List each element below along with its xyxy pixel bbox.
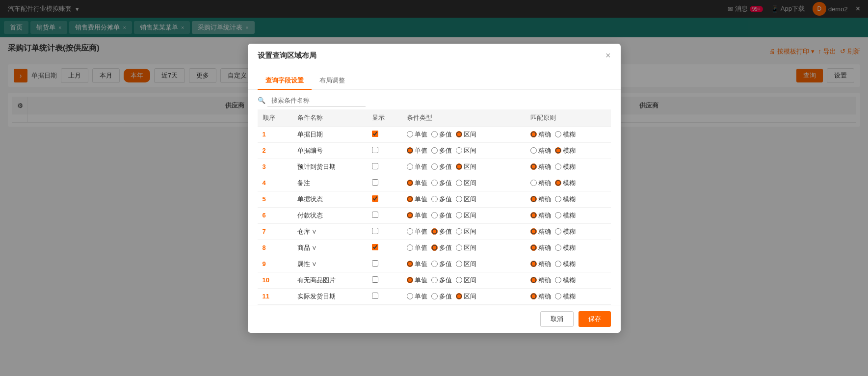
match-radio-精确[interactable] — [530, 212, 537, 218]
row-name: 单据状态 — [292, 191, 367, 207]
match-radio-模糊[interactable] — [555, 212, 561, 218]
type-radio-多值[interactable] — [431, 212, 438, 218]
type-radio-多值[interactable] — [431, 147, 438, 154]
display-checkbox[interactable] — [372, 293, 378, 299]
type-radio-区间[interactable] — [456, 261, 462, 267]
match-radio-模糊[interactable] — [555, 180, 561, 186]
modal-overlay: 设置查询区域布局 × 查询字段设置 布局调整 🔍 顺序 条件名称 显示 条件类型 — [0, 0, 868, 376]
match-radio-模糊[interactable] — [555, 261, 561, 267]
display-checkbox[interactable] — [372, 163, 378, 169]
type-radio-单值[interactable] — [407, 261, 413, 267]
type-radio-区间[interactable] — [456, 293, 462, 299]
modal-header: 设置查询区域布局 × — [248, 44, 621, 66]
tab-query-fields[interactable]: 查询字段设置 — [258, 72, 312, 90]
type-radio-区间[interactable] — [456, 244, 462, 251]
display-checkbox[interactable] — [372, 228, 378, 234]
match-radio-精确[interactable] — [530, 228, 537, 235]
match-radio-模糊[interactable] — [555, 147, 561, 154]
display-checkbox[interactable] — [372, 212, 378, 218]
type-radio-区间[interactable] — [456, 147, 462, 154]
type-radio-多值[interactable] — [431, 228, 438, 235]
type-radio-多值[interactable] — [431, 293, 438, 299]
type-radio-单值[interactable] — [407, 163, 413, 170]
table-row: 1单据日期单值多值区间精确模糊 — [258, 126, 611, 142]
table-row: 3预计到货日期单值多值区间精确模糊 — [258, 159, 611, 175]
modal-table-wrap: 顺序 条件名称 显示 条件类型 匹配原则 1单据日期单值多值区间精确模糊2单据编… — [248, 109, 621, 305]
match-radio-精确[interactable] — [530, 131, 537, 137]
type-radio-多值[interactable] — [431, 163, 438, 170]
display-checkbox[interactable] — [372, 131, 378, 137]
match-radio-模糊[interactable] — [555, 196, 561, 202]
display-checkbox[interactable] — [372, 276, 378, 283]
table-row: 9属性 ∨单值多值区间精确模糊 — [258, 256, 611, 272]
type-radio-单值[interactable] — [407, 196, 413, 202]
table-row: 4备注单值多值区间精确模糊 — [258, 175, 611, 191]
row-order: 11 — [263, 293, 269, 300]
display-checkbox[interactable] — [372, 195, 378, 202]
cancel-btn[interactable]: 取消 — [540, 311, 574, 327]
match-radio-精确[interactable] — [530, 163, 537, 170]
modal-close-btn[interactable]: × — [605, 51, 611, 61]
type-radio-多值[interactable] — [431, 277, 438, 283]
table-row: 5单据状态单值多值区间精确模糊 — [258, 191, 611, 207]
match-radio-精确[interactable] — [530, 261, 537, 267]
type-radio-多值[interactable] — [431, 180, 438, 186]
type-radio-多值[interactable] — [431, 261, 438, 267]
match-radio-模糊[interactable] — [555, 293, 561, 299]
type-radio-区间[interactable] — [456, 228, 462, 235]
type-radio-区间[interactable] — [456, 277, 462, 283]
match-radio-精确[interactable] — [530, 180, 537, 186]
match-radio-精确[interactable] — [530, 244, 537, 251]
row-name: 有无商品图片 — [292, 272, 367, 288]
match-radio-精确[interactable] — [530, 196, 537, 202]
match-radio-模糊[interactable] — [555, 131, 561, 137]
type-radio-区间[interactable] — [456, 180, 462, 186]
match-radio-精确[interactable] — [530, 147, 537, 154]
type-radio-区间[interactable] — [456, 131, 462, 137]
match-radio-精确[interactable] — [530, 293, 537, 299]
type-radio-多值[interactable] — [431, 244, 438, 251]
row-order: 4 — [263, 179, 266, 187]
display-checkbox[interactable] — [372, 147, 378, 153]
row-name: 属性 ∨ — [292, 256, 367, 272]
type-radio-单值[interactable] — [407, 293, 413, 299]
modal-footer: 取消 保存 — [248, 305, 621, 333]
display-checkbox[interactable] — [372, 244, 378, 250]
match-radio-模糊[interactable] — [555, 244, 561, 251]
type-radio-区间[interactable] — [456, 196, 462, 202]
table-row: 2单据编号单值多值区间精确模糊 — [258, 142, 611, 159]
save-btn[interactable]: 保存 — [579, 311, 611, 327]
table-row: 8商品 ∨单值多值区间精确模糊 — [258, 240, 611, 256]
type-radio-多值[interactable] — [431, 196, 438, 202]
display-checkbox[interactable] — [372, 260, 378, 267]
row-name: 预计到货日期 — [292, 159, 367, 175]
type-radio-单值[interactable] — [407, 131, 413, 137]
type-radio-单值[interactable] — [407, 212, 413, 218]
type-radio-单值[interactable] — [407, 277, 413, 283]
th-display: 显示 — [367, 109, 402, 127]
row-name: 商品 ∨ — [292, 240, 367, 256]
row-order: 6 — [263, 212, 266, 219]
tab-layout-adjust[interactable]: 布局调整 — [312, 72, 353, 90]
type-radio-单值[interactable] — [407, 180, 413, 186]
type-radio-单值[interactable] — [407, 228, 413, 235]
modal-table: 顺序 条件名称 显示 条件类型 匹配原则 1单据日期单值多值区间精确模糊2单据编… — [258, 109, 611, 305]
display-checkbox[interactable] — [372, 179, 378, 186]
type-radio-单值[interactable] — [407, 244, 413, 251]
type-radio-单值[interactable] — [407, 147, 413, 154]
match-radio-模糊[interactable] — [555, 277, 561, 283]
table-row: 10有无商品图片单值多值区间精确模糊 — [258, 272, 611, 288]
match-radio-模糊[interactable] — [555, 163, 561, 170]
row-order: 7 — [263, 228, 266, 235]
row-name: 单据日期 — [292, 126, 367, 142]
table-row: 7仓库 ∨单值多值区间精确模糊 — [258, 223, 611, 240]
th-order: 顺序 — [258, 109, 292, 127]
search-input[interactable] — [267, 95, 366, 107]
type-radio-区间[interactable] — [456, 163, 462, 170]
type-radio-多值[interactable] — [431, 131, 438, 137]
modal-tabs: 查询字段设置 布局调整 — [248, 66, 621, 90]
type-radio-区间[interactable] — [456, 212, 462, 218]
match-radio-精确[interactable] — [530, 277, 537, 283]
match-radio-模糊[interactable] — [555, 228, 561, 235]
table-row: 6付款状态单值多值区间精确模糊 — [258, 207, 611, 223]
